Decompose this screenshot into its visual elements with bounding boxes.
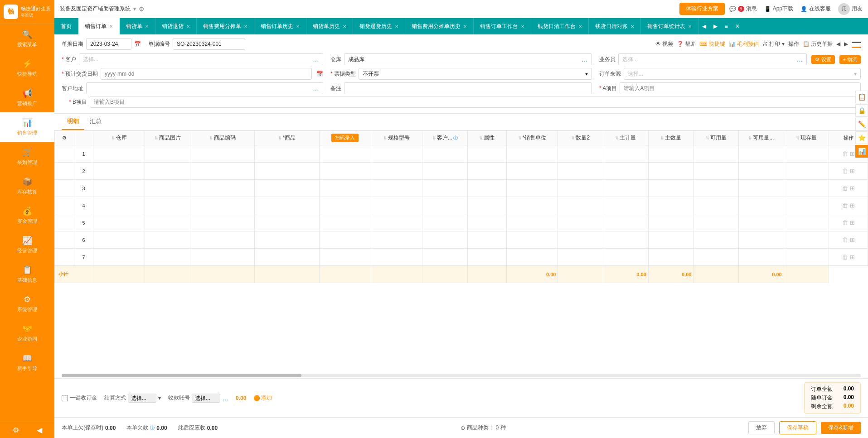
row-main-qty[interactable] <box>648 145 693 163</box>
row-qty2[interactable] <box>558 145 603 163</box>
row-avail[interactable] <box>693 214 739 231</box>
note-input[interactable] <box>344 82 592 94</box>
tab-close-icon[interactable]: ✕ <box>244 24 247 29</box>
row-avail[interactable] <box>693 145 739 163</box>
row-avail2[interactable] <box>739 231 784 249</box>
row-scan[interactable] <box>319 145 371 163</box>
row-product[interactable] <box>255 180 319 197</box>
b-project-input[interactable] <box>90 96 861 108</box>
add-product-button[interactable]: + 物流 <box>839 55 861 64</box>
account-more-icon[interactable]: … <box>222 395 228 402</box>
horizontal-scrollbar[interactable] <box>54 373 868 378</box>
row-image[interactable] <box>145 214 190 231</box>
one-click-checkbox[interactable] <box>62 395 68 401</box>
row-product[interactable] <box>255 163 319 180</box>
side-btn-4[interactable]: ⭐ <box>855 131 868 144</box>
row-warehouse[interactable] <box>93 231 145 249</box>
sort-icon[interactable]: ⇅ <box>383 136 387 140</box>
tab-expense-history[interactable]: 销售费用分摊单历史 ✕ <box>405 18 474 34</box>
sidebar-item-guide[interactable]: 📖 新手引导 <box>0 348 54 377</box>
row-customer-code[interactable] <box>422 231 468 249</box>
row-unit[interactable] <box>506 163 558 180</box>
th-gear[interactable]: ⚙ <box>55 131 74 145</box>
add-button[interactable]: 🟠 添加 <box>253 394 272 402</box>
th-qty2[interactable]: ⇅数量2 <box>558 131 603 145</box>
tab-cash-reconcile[interactable]: 钱货日清对账 ✕ <box>589 18 641 34</box>
service-item[interactable]: 👤 在线客服 <box>800 5 831 13</box>
tab-cash-workbench[interactable]: 钱货日清工作台 ✕ <box>531 18 589 34</box>
th-stock[interactable]: ⇅现存量 <box>784 131 829 145</box>
sidebar-item-sales[interactable]: 📊 销售管理 <box>0 112 54 142</box>
th-avail2[interactable]: ⇅可用量... <box>739 131 784 145</box>
row-attr[interactable] <box>468 231 506 249</box>
row-avail[interactable] <box>693 180 739 197</box>
delete-icon[interactable]: 🗑 <box>842 219 848 226</box>
row-unit[interactable] <box>506 231 558 249</box>
tab-close-icon[interactable]: ✕ <box>630 24 634 29</box>
row-scan[interactable] <box>319 163 371 180</box>
print-action[interactable]: 🖨 打印 ▾ <box>762 40 785 48</box>
sidebar-item-operations[interactable]: 📈 经营管理 <box>0 230 54 260</box>
tab-close-icon[interactable]: ✕ <box>109 24 113 29</box>
tab-close-icon[interactable]: ✕ <box>296 24 300 29</box>
tab-close-icon[interactable]: ✕ <box>145 24 149 29</box>
tab-close-icon[interactable]: ✕ <box>521 24 524 29</box>
row-attr[interactable] <box>468 197 506 214</box>
settings-icon[interactable]: ⚙ <box>13 426 19 434</box>
address-more-icon[interactable]: … <box>313 85 319 92</box>
delivery-calendar-icon[interactable]: 📅 <box>316 71 323 77</box>
row-stock[interactable] <box>784 231 829 249</box>
payment-select[interactable]: 选择... <box>128 394 156 403</box>
row-image[interactable] <box>145 145 190 163</box>
sort-icon[interactable]: ⇅ <box>518 136 522 140</box>
sidebar-item-enterprise[interactable]: 🤝 企业协同 <box>0 318 54 348</box>
row-stock[interactable] <box>784 163 829 180</box>
row-code[interactable] <box>190 163 254 180</box>
customer-more-icon[interactable]: … <box>313 56 319 63</box>
row-avail[interactable] <box>693 163 739 180</box>
row-stock[interactable] <box>784 214 829 231</box>
row-scan[interactable] <box>319 197 371 214</box>
sort-icon[interactable]: ⇅ <box>209 136 213 140</box>
th-main-unit[interactable]: ⇅主计量 <box>603 131 649 145</box>
row-product[interactable] <box>255 197 319 214</box>
warehouse-more-icon[interactable]: … <box>582 56 588 63</box>
app-dropdown-icon[interactable]: ▾ <box>133 6 136 12</box>
row-avail2[interactable] <box>739 249 784 266</box>
row-warehouse[interactable] <box>93 214 145 231</box>
calendar-icon[interactable]: 📅 <box>134 41 141 47</box>
th-code[interactable]: ⇅商品编码 <box>190 131 254 145</box>
save-button[interactable]: 保存&新增 <box>821 422 861 434</box>
side-btn-2[interactable]: 🔒 <box>855 104 868 117</box>
th-main-qty[interactable]: ⇅主数量 <box>648 131 693 145</box>
row-code[interactable] <box>190 197 254 214</box>
sidebar-item-quick[interactable]: ⚡ 快捷导航 <box>0 53 54 83</box>
delete-icon[interactable]: 🗑 <box>842 185 848 192</box>
row-spec[interactable] <box>371 163 422 180</box>
salesman-more-icon[interactable]: … <box>796 56 803 63</box>
row-image[interactable] <box>145 180 190 197</box>
row-code[interactable] <box>190 249 254 266</box>
help-action[interactable]: ❓ 帮助 <box>677 40 696 48</box>
th-customer-code[interactable]: ⇅客户... ⓘ <box>422 131 468 145</box>
row-image[interactable] <box>145 231 190 249</box>
th-warehouse[interactable]: ⇅仓库 <box>93 131 145 145</box>
row-customer-code[interactable] <box>422 197 468 214</box>
row-warehouse[interactable] <box>93 180 145 197</box>
row-main-qty[interactable] <box>648 249 693 266</box>
view-toggle-icon[interactable]: ▬▬ ▬▬ <box>852 39 861 49</box>
prev-record-icon[interactable]: ◀ <box>836 41 840 47</box>
sidebar-item-inventory[interactable]: 📦 库存核算 <box>0 171 54 201</box>
row-main-qty[interactable] <box>648 214 693 231</box>
table-scroll-wrapper[interactable]: ⚙ ⇅仓库 ⇅商品图片 ⇅商品编码 ⇅*商品 扫码录入 ⇅规格型号 ⇅客户...… <box>54 130 868 373</box>
sidebar-item-search[interactable]: 🔍 搜索菜单 <box>0 24 54 53</box>
row-product[interactable] <box>255 214 319 231</box>
row-warehouse[interactable] <box>93 249 145 266</box>
copy-icon[interactable]: ⊞ <box>850 150 855 157</box>
row-warehouse[interactable] <box>93 163 145 180</box>
sort-icon[interactable]: ⇅ <box>571 136 575 140</box>
order-source-input[interactable]: 选择... ▾ <box>624 68 861 80</box>
discard-button[interactable]: 放弃 <box>748 421 775 434</box>
date-input[interactable]: 2023-03-24 <box>86 38 131 50</box>
delete-icon[interactable]: 🗑 <box>842 150 848 157</box>
